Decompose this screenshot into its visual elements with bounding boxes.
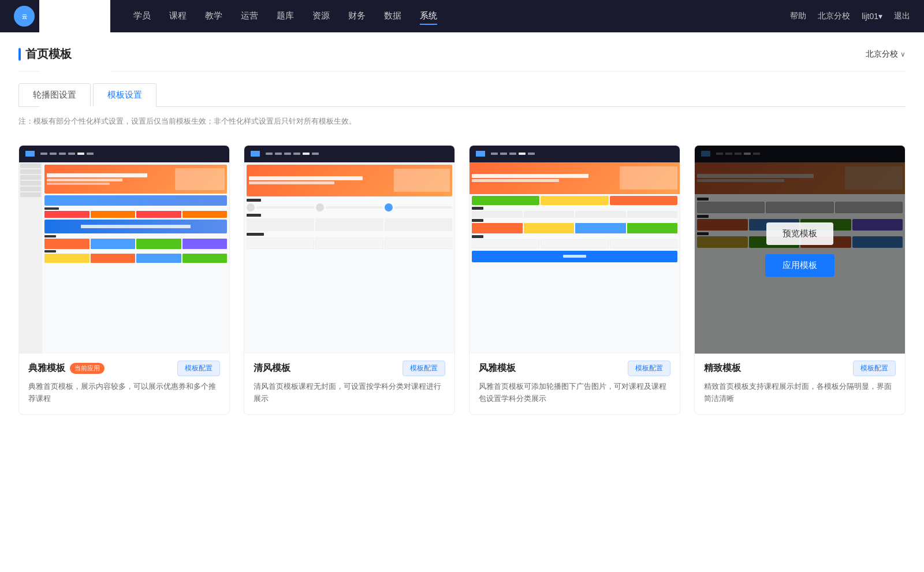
card-footer-jingzhi: 精致模板 模板配置 精致首页模板支持课程展示封面，各模板分隔明显，界面简洁清晰 [695,354,905,414]
main-menu: 学员 课程 教学 运营 题库 资源 财务 数据 系统 [133,8,790,25]
card-footer-fengya: 风雅模板 模板配置 风雅首页模板可添加轮播图下广告图片，可对课程及课程包设置学科… [470,354,680,414]
menu-student[interactable]: 学员 [133,8,151,25]
logout-link[interactable]: 退出 [894,11,910,21]
page-header: 首页模板 北京分校 ∨ [18,32,906,72]
mock-nav-2 [266,153,319,155]
menu-finance[interactable]: 财务 [348,8,366,25]
note-text: 注：模板有部分个性化样式设置，设置后仅当前模板生效；非个性化样式设置后只针对所有… [18,107,906,136]
tab-carousel[interactable]: 轮播图设置 [18,83,91,106]
template-preview-jingzhi[interactable]: 预览模板 应用模板 [695,146,905,354]
card-title-row-4: 精致模板 模板配置 [704,361,896,376]
menu-resource[interactable]: 资源 [312,8,330,25]
branch-selector[interactable]: 北京分校 ∨ [866,49,906,60]
title-bar-accent [18,48,21,61]
chevron-down-icon: ∨ [900,50,906,58]
mock-logo [25,151,35,157]
card-title-2: 清风模板 [254,362,290,374]
page-title: 首页模板 [25,46,72,62]
card-title-4: 精致模板 [704,362,741,374]
mock-logo-2 [251,151,260,157]
help-link[interactable]: 帮助 [790,11,806,21]
card-footer-dianyu: 典雅模板 当前应用 模板配置 典雅首页模板，展示内容较多，可以展示优惠券和多个推… [19,354,229,414]
template-card-dianyu: 典雅模板 当前应用 模板配置 典雅首页模板，展示内容较多，可以展示优惠券和多个推… [18,145,230,415]
card-title-row-2: 清风模板 模板配置 [254,361,445,376]
branch-label: 北京分校 [866,49,898,60]
logo-icon: 云 [14,6,35,27]
apply-button[interactable]: 应用模板 [765,254,834,277]
top-navigation: 云 云朵设堂 教育机构一站 式服务云平台 学员 课程 教学 运营 题库 资源 财… [0,0,924,32]
mock-nav-3 [491,153,535,155]
config-button-fengya[interactable]: 模板配置 [628,361,670,376]
menu-operation[interactable]: 运营 [241,8,258,25]
card-desc-jingzhi: 精致首页模板支持课程展示封面，各模板分隔明显，界面简洁清晰 [704,381,896,405]
template-overlay: 预览模板 应用模板 [695,146,905,354]
menu-course[interactable]: 课程 [169,8,187,25]
current-badge: 当前应用 [70,363,105,374]
main-content: 首页模板 北京分校 ∨ 轮播图设置 模板设置 注：模板有部分个性化样式设置，设置… [0,32,924,572]
tab-bar: 轮播图设置 模板设置 [18,83,906,107]
template-preview-qingfeng[interactable]: 公开课 [244,146,454,354]
svg-text:云: 云 [22,14,27,20]
card-desc-qingfeng: 清风首页模板课程无封面，可设置按学科分类对课程进行展示 [254,381,445,405]
card-desc-fengya: 风雅首页模板可添加轮播图下广告图片，可对课程及课程包设置学科分类展示 [479,381,670,405]
menu-data[interactable]: 数据 [384,8,401,25]
mock-nav [40,153,94,155]
template-card-jingzhi: 预览模板 应用模板 精致模板 模板配置 精致首页模板支持课程展示封面，各模板分隔… [694,145,906,415]
card-title-3: 风雅模板 [479,362,516,374]
preview-button[interactable]: 预览模板 [766,222,833,245]
card-title: 典雅模板 [28,362,65,374]
template-preview-fengya[interactable] [470,146,680,354]
menu-system[interactable]: 系统 [420,8,437,25]
template-card-fengya: 风雅模板 模板配置 风雅首页模板可添加轮播图下广告图片，可对课程及课程包设置学科… [469,145,680,415]
card-desc-dianyu: 典雅首页模板，展示内容较多，可以展示优惠券和多个推荐课程 [28,381,220,405]
config-button-dianyu[interactable]: 模板配置 [177,361,220,376]
tab-template[interactable]: 模板设置 [93,83,157,107]
card-title-row: 典雅模板 当前应用 模板配置 [28,361,220,376]
nav-right: 帮助 北京分校 lijt01▾ 退出 [790,11,910,21]
card-title-row-3: 风雅模板 模板配置 [479,361,670,376]
card-footer-qingfeng: 清风模板 模板配置 清风首页模板课程无封面，可设置按学科分类对课程进行展示 [244,354,454,414]
branch-name[interactable]: 北京分校 [818,11,850,21]
template-card-qingfeng: 公开课 [244,145,455,415]
template-preview-dianyu[interactable] [19,146,229,354]
config-button-jingzhi[interactable]: 模板配置 [853,361,896,376]
user-name[interactable]: lijt01▾ [862,12,882,21]
mock-logo-3 [476,151,485,157]
page-title-wrap: 首页模板 [18,46,72,62]
config-button-qingfeng[interactable]: 模板配置 [403,361,445,376]
menu-teaching[interactable]: 教学 [205,8,222,25]
menu-question[interactable]: 题库 [277,8,294,25]
template-grid: 典雅模板 当前应用 模板配置 典雅首页模板，展示内容较多，可以展示优惠券和多个推… [18,145,906,415]
